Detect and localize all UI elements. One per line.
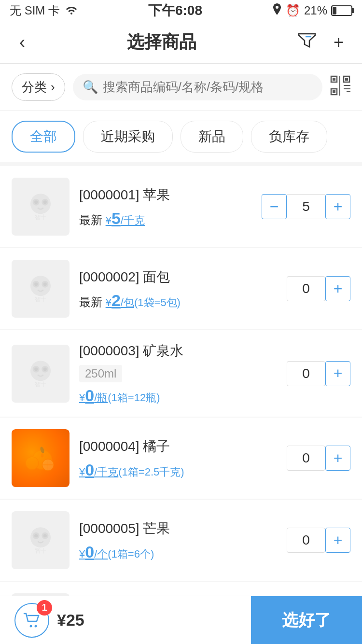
svg-point-16 xyxy=(43,200,47,204)
product-thumbnail xyxy=(12,429,70,487)
product-name: [0000005] 芒果 xyxy=(79,519,277,538)
scan-icon[interactable] xyxy=(330,75,350,99)
tab-negative[interactable]: 负库存 xyxy=(251,121,327,153)
add-icon[interactable]: + xyxy=(330,28,348,56)
svg-point-34 xyxy=(26,457,38,469)
quantity-plus-button[interactable]: + xyxy=(325,528,350,553)
svg-rect-5 xyxy=(345,78,348,81)
status-left: 无 SIM 卡 xyxy=(10,3,78,18)
quantity-control: + xyxy=(287,528,350,553)
svg-point-21 xyxy=(34,282,38,286)
product-name: [0000001] 苹果 xyxy=(79,186,252,204)
quantity-input[interactable] xyxy=(287,361,325,386)
search-input-wrap: 🔍 xyxy=(73,74,322,100)
category-chevron-icon: › xyxy=(51,80,55,95)
orange-image xyxy=(12,429,70,487)
product-price: ¥0/瓶(1箱=12瓶) xyxy=(79,386,277,405)
product-price: 最新 ¥2/包(1袋=5包) xyxy=(79,291,277,310)
status-right: ⏰ 21% xyxy=(272,3,352,18)
quantity-plus-button[interactable]: + xyxy=(325,194,350,219)
category-button[interactable]: 分类 › xyxy=(12,73,65,101)
product-price: ¥0/千克(1箱=2.5千克) xyxy=(79,461,277,479)
svg-point-27 xyxy=(34,367,38,371)
alarm-icon: ⏰ xyxy=(286,4,300,17)
back-button[interactable]: ‹ xyxy=(14,28,30,57)
owl-logo-icon: 智十 xyxy=(24,272,57,306)
svg-point-15 xyxy=(34,200,38,204)
product-info: [0000001] 苹果 最新 ¥5/千克 xyxy=(79,186,252,228)
svg-point-44 xyxy=(43,534,47,537)
product-name: [0000004] 橘子 xyxy=(79,437,277,456)
cart-area: 1 ¥25 xyxy=(0,603,251,638)
time-label: 下午6:08 xyxy=(148,1,202,20)
product-thumbnail: 智十 xyxy=(12,260,70,318)
cart-total: ¥25 xyxy=(57,611,84,630)
svg-text:智十: 智十 xyxy=(35,380,46,387)
cart-button[interactable]: 1 xyxy=(14,603,49,638)
wifi-icon xyxy=(65,4,78,17)
quantity-minus-button[interactable]: − xyxy=(262,194,287,219)
nav-bar: ‹ 选择商品 + xyxy=(0,21,362,64)
quantity-input[interactable] xyxy=(287,194,325,219)
svg-point-32 xyxy=(41,453,44,457)
page-title: 选择商品 xyxy=(127,30,196,54)
status-bar: 无 SIM 卡 下午6:08 ⏰ 21% xyxy=(0,0,362,21)
svg-rect-6 xyxy=(333,90,335,93)
svg-point-22 xyxy=(43,282,47,286)
quantity-control: + xyxy=(287,276,350,301)
carrier-label: 无 SIM 卡 xyxy=(10,3,60,18)
product-info: [0000002] 面包 最新 ¥2/包(1袋=5包) xyxy=(79,268,277,310)
confirm-button[interactable]: 选好了 xyxy=(251,596,362,644)
product-thumbnail: 智十 xyxy=(12,345,70,403)
tab-new[interactable]: 新品 xyxy=(181,121,243,153)
quantity-plus-button[interactable]: + xyxy=(325,446,350,471)
owl-logo-icon: 智十 xyxy=(24,523,57,557)
product-name: [0000002] 面包 xyxy=(79,268,277,286)
svg-point-28 xyxy=(43,367,47,371)
search-area: 分类 › 🔍 xyxy=(0,64,362,111)
filter-tabs: 全部 近期采购 新品 负库存 xyxy=(0,111,362,166)
quantity-plus-button[interactable]: + xyxy=(325,276,350,301)
search-input[interactable] xyxy=(103,80,313,95)
cart-badge: 1 xyxy=(37,600,52,616)
location-icon xyxy=(272,3,282,18)
product-info: [0000005] 芒果 ¥0/个(1箱=6个) xyxy=(79,519,277,561)
product-price: 最新 ¥5/千克 xyxy=(79,209,252,228)
owl-logo-icon: 智十 xyxy=(24,357,57,391)
svg-point-54 xyxy=(35,625,37,627)
product-spec: 250ml xyxy=(79,365,122,382)
quantity-control: + xyxy=(287,361,350,386)
owl-logo-icon: 智十 xyxy=(24,190,57,224)
product-thumbnail: 智十 xyxy=(12,511,70,569)
quantity-input[interactable] xyxy=(287,528,325,553)
filter-icon[interactable] xyxy=(294,28,320,56)
svg-text:智十: 智十 xyxy=(35,547,46,554)
battery-label: 21% xyxy=(304,4,327,17)
nav-actions: + xyxy=(294,28,348,56)
product-item: 智十 [0000003] 矿泉水 250ml ¥0/瓶(1箱=12瓶) + xyxy=(0,330,362,417)
quantity-plus-button[interactable]: + xyxy=(325,361,350,386)
quantity-input[interactable] xyxy=(287,446,325,471)
battery-icon xyxy=(331,5,352,16)
bottom-bar: 1 ¥25 选好了 xyxy=(0,596,362,644)
tab-all[interactable]: 全部 xyxy=(12,121,75,153)
svg-rect-4 xyxy=(333,78,335,81)
product-info: [0000004] 橘子 ¥0/千克(1箱=2.5千克) xyxy=(79,437,277,479)
svg-point-53 xyxy=(30,625,32,627)
tab-recent[interactable]: 近期采购 xyxy=(83,121,173,153)
product-item: 智十 [0000005] 芒果 ¥0/个(1箱=6个) + xyxy=(0,500,362,581)
cart-icon xyxy=(23,613,41,628)
svg-point-43 xyxy=(34,534,38,537)
quantity-control: − + xyxy=(262,194,350,219)
product-item: [0000004] 橘子 ¥0/千克(1箱=2.5千克) + xyxy=(0,418,362,499)
product-info: [0000003] 矿泉水 250ml ¥0/瓶(1箱=12瓶) xyxy=(79,342,277,405)
product-name: [0000003] 矿泉水 xyxy=(79,342,277,360)
category-label: 分类 xyxy=(22,79,47,96)
product-list: 智十 [0000001] 苹果 最新 ¥5/千克 − + 智十 [0000002… xyxy=(0,166,362,644)
product-price: ¥0/个(1箱=6个) xyxy=(79,543,277,561)
quantity-input[interactable] xyxy=(287,276,325,301)
quantity-control: + xyxy=(287,446,350,471)
svg-text:智十: 智十 xyxy=(35,296,46,302)
product-thumbnail: 智十 xyxy=(12,178,70,236)
search-icon: 🔍 xyxy=(83,80,98,95)
